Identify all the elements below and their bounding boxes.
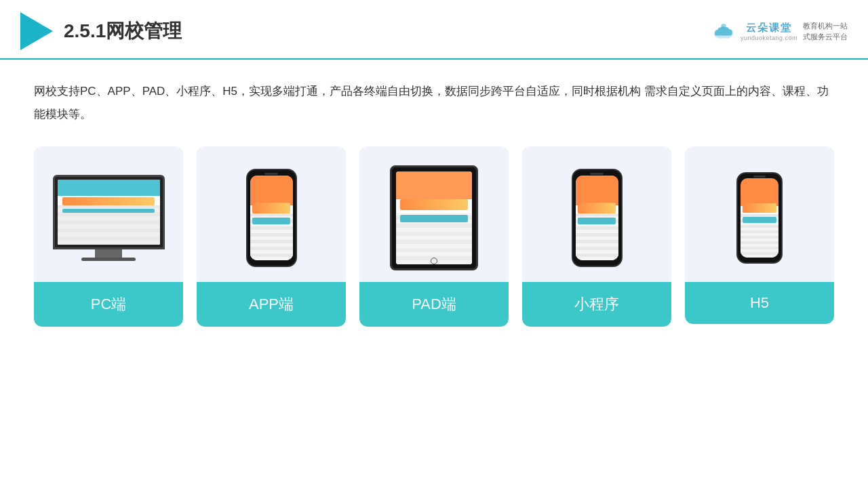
cloud-icon <box>711 22 736 41</box>
card-mini-label: 小程序 <box>522 282 671 327</box>
brand-name-cn: 云朵课堂 <box>746 22 792 35</box>
pc-device-icon <box>53 175 165 261</box>
h5-device-icon <box>736 172 783 264</box>
card-mini-image <box>522 146 671 282</box>
card-pc-image <box>34 146 183 282</box>
card-pad-image <box>359 146 509 282</box>
logo-triangle-icon <box>20 12 53 50</box>
main-content: 网校支持PC、APP、PAD、小程序、H5，实现多端打通，产品各终端自由切换，数… <box>0 60 868 340</box>
card-app-label: APP端 <box>197 282 346 327</box>
platform-cards: PC端 APP端 <box>34 146 834 327</box>
card-miniprogram: 小程序 <box>522 146 671 327</box>
mini-device-icon <box>572 169 623 267</box>
card-pc: PC端 <box>34 146 183 327</box>
header-right: 云朵课堂 yunduoketang.com 教育机构一站式服务云平台 <box>711 20 848 43</box>
card-app-image <box>197 146 346 282</box>
description-text: 网校支持PC、APP、PAD、小程序、H5，实现多端打通，产品各终端自由切换，数… <box>34 80 834 126</box>
brand-tagline: 教育机构一站式服务云平台 <box>803 20 848 43</box>
card-pad: PAD端 <box>359 146 509 327</box>
header-left: 2.5.1网校管理 <box>20 12 182 50</box>
brand-name-en: yunduoketang.com <box>741 35 797 41</box>
header: 2.5.1网校管理 云朵课堂 yunduoketang.com 教育机构一站式服… <box>0 0 868 60</box>
card-h5-image <box>685 146 834 282</box>
brand-text: 云朵课堂 yunduoketang.com <box>741 22 797 41</box>
brand-logo: 云朵课堂 yunduoketang.com <box>711 22 797 41</box>
card-h5: H5 <box>685 146 834 324</box>
card-pad-label: PAD端 <box>359 282 509 327</box>
page-title: 2.5.1网校管理 <box>64 18 182 44</box>
tablet-device-icon <box>390 165 478 270</box>
phone-device-icon <box>246 169 297 267</box>
card-app: APP端 <box>197 146 346 327</box>
card-pc-label: PC端 <box>34 282 183 327</box>
svg-point-7 <box>721 24 726 29</box>
card-h5-label: H5 <box>685 282 834 324</box>
